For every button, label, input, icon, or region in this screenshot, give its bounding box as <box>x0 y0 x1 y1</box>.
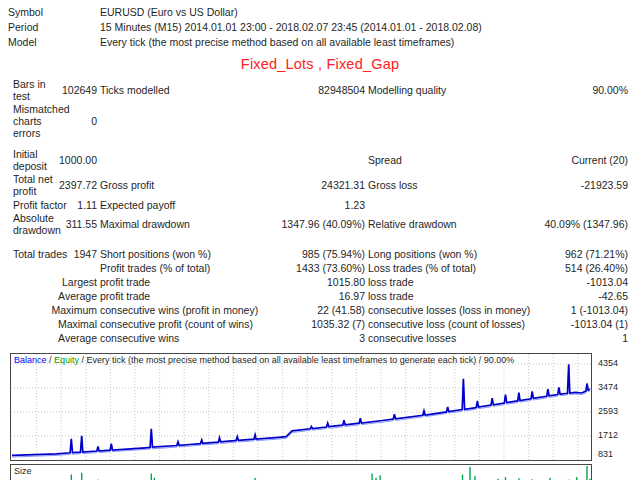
stat-value: 1 <box>618 332 628 344</box>
stat-cell: Mismatched charts errors0 <box>13 103 97 139</box>
stat-label: consecutive loss (count of losses) <box>368 318 525 330</box>
stat-value: Average <box>54 290 97 302</box>
stat-cell: profit trade16.97 <box>100 289 365 302</box>
stat-cell: Loss trades (% of total)514 (26.40%) <box>368 261 628 274</box>
stat-cell: Average <box>13 289 97 302</box>
table-row: Maximumconsecutive wins (profit in money… <box>0 303 640 316</box>
stat-cell: loss trade-42.65 <box>368 289 628 302</box>
stat-cell: Gross loss-21923.59 <box>368 173 628 197</box>
stat-cell: Profit factor1.11 <box>13 198 97 211</box>
stat-cell: Expected payoff1.23 <box>100 198 365 211</box>
stat-label: Gross profit <box>100 179 154 191</box>
stat-value: 40.09% (1347.96) <box>541 218 628 230</box>
stat-value: 985 (75.94%) <box>298 248 365 260</box>
stat-value: 962 (71.21%) <box>561 248 628 260</box>
stat-value: 22 (41.58) <box>313 304 365 316</box>
stat-cell: Long positions (won %)962 (71.21%) <box>368 247 628 260</box>
stat-cell <box>368 103 628 139</box>
stat-cell: Relative drawdown40.09% (1347.96) <box>368 212 628 236</box>
header-value: 15 Minutes (M15) 2014.01.01 23:00 - 2018… <box>100 21 640 33</box>
stat-cell: Profit trades (% of total)1433 (73.60%) <box>100 261 365 274</box>
stat-cell: Bars in test102649 <box>13 78 97 102</box>
stat-label: Initial deposit <box>13 148 55 172</box>
stat-label: Profit factor <box>13 199 67 211</box>
stat-label: Modelling quality <box>368 84 446 96</box>
stat-value: Largest <box>58 276 97 288</box>
stat-cell: profit trade1015.80 <box>100 275 365 288</box>
stat-value: 1035.32 (7) <box>307 318 365 330</box>
stat-label: Relative drawdown <box>368 218 457 230</box>
stat-label: consecutive wins <box>100 332 179 344</box>
table-row: Profit trades (% of total)1433 (73.60%)L… <box>0 261 640 274</box>
lot-size-panel[interactable]: Size <box>10 464 592 480</box>
stat-label: Total trades <box>13 248 67 260</box>
stat-label: loss trade <box>368 290 414 302</box>
stat-cell <box>100 148 365 172</box>
table-row: Initial deposit1000.00SpreadCurrent (20) <box>0 148 640 172</box>
stat-cell: Absolute drawdown311.55 <box>13 212 97 236</box>
stat-label: Short positions (won %) <box>100 248 211 260</box>
stat-cell: Average <box>13 331 97 344</box>
y-tick-label: 2593 <box>598 406 618 416</box>
balance-chart[interactable]: Balance / Equity / Every tick (the most … <box>10 353 592 461</box>
table-row: Mismatched charts errors0 <box>0 103 640 139</box>
table-row: Maximalconsecutive profit (count of wins… <box>0 317 640 330</box>
stat-cell: consecutive wins3 <box>100 331 365 344</box>
stat-label: loss trade <box>368 276 414 288</box>
stat-label: consecutive losses <box>368 332 456 344</box>
stat-label: consecutive profit (count of wins) <box>100 318 253 330</box>
y-tick-label: 4354 <box>598 358 618 368</box>
balance-equity-plot <box>11 354 591 460</box>
lot-size-bars <box>11 465 591 480</box>
ea-title: Fixed_Lots , Fixed_Gap <box>0 56 640 72</box>
stat-cell: Initial deposit1000.00 <box>13 148 97 172</box>
stat-value: -21923.59 <box>577 179 628 191</box>
stat-label: Expected payoff <box>100 199 175 211</box>
stat-value: 2397.72 <box>55 179 97 191</box>
stat-value: 1000.00 <box>55 154 97 166</box>
row-spacer <box>0 139 640 147</box>
legend-balance-label: Balance <box>14 355 47 365</box>
stat-label: consecutive losses (loss in money) <box>368 304 530 316</box>
y-tick-label: 3474 <box>598 382 618 392</box>
stat-label: Bars in test <box>13 78 58 102</box>
stat-cell: loss trade-1013.04 <box>368 275 628 288</box>
stat-cell: Total trades1947 <box>13 247 97 260</box>
stat-value: 1.23 <box>341 199 365 211</box>
stat-cell: Total net profit2397.72 <box>13 173 97 197</box>
table-row: Absolute drawdown311.55Maximal drawdown1… <box>0 212 640 236</box>
stat-cell: consecutive losses1 <box>368 331 628 344</box>
stat-value: -1013.04 <box>583 276 628 288</box>
stat-cell: consecutive wins (profit in money)22 (41… <box>100 303 365 316</box>
stat-label: consecutive wins (profit in money) <box>100 304 258 316</box>
table-row: Total net profit2397.72Gross profit24321… <box>0 173 640 197</box>
stat-value: Current (20) <box>567 154 628 166</box>
y-tick-label: 831 <box>598 449 613 459</box>
stat-value: 0 <box>87 115 97 127</box>
table-row: Profit factor1.11Expected payoff1.23 <box>0 198 640 211</box>
stats-table: Bars in test102649Ticks modelled82948504… <box>0 78 640 344</box>
stat-label: Total net profit <box>13 173 55 197</box>
stat-label: Gross loss <box>368 179 418 191</box>
stat-label: Mismatched charts errors <box>13 103 71 139</box>
stat-cell <box>368 198 628 211</box>
stat-cell: consecutive loss (count of losses)-1013.… <box>368 317 628 330</box>
stat-value: 1.11 <box>73 199 97 211</box>
stat-label: Long positions (won %) <box>368 248 477 260</box>
legend-equity-label: Equity <box>54 355 79 365</box>
stat-cell: Short positions (won %)985 (75.94%) <box>100 247 365 260</box>
stat-cell: Largest <box>13 275 97 288</box>
stat-cell: consecutive profit (count of wins)1035.3… <box>100 317 365 330</box>
size-panel-label: Size <box>14 466 32 476</box>
stat-value: -42.65 <box>594 290 628 302</box>
stat-value: 1 (-1013.04) <box>567 304 628 316</box>
stat-value: 82948504 <box>314 84 365 96</box>
header-value: EURUSD (Euro vs US Dollar) <box>100 6 640 18</box>
report-header: SymbolEURUSD (Euro vs US Dollar)Period15… <box>0 5 640 49</box>
legend-separator: / <box>47 355 55 365</box>
stat-value: 514 (26.40%) <box>561 262 628 274</box>
stat-cell <box>13 261 97 274</box>
stat-label: profit trade <box>100 276 150 288</box>
stat-label: Loss trades (% of total) <box>368 262 476 274</box>
stat-cell: Maximal <box>13 317 97 330</box>
